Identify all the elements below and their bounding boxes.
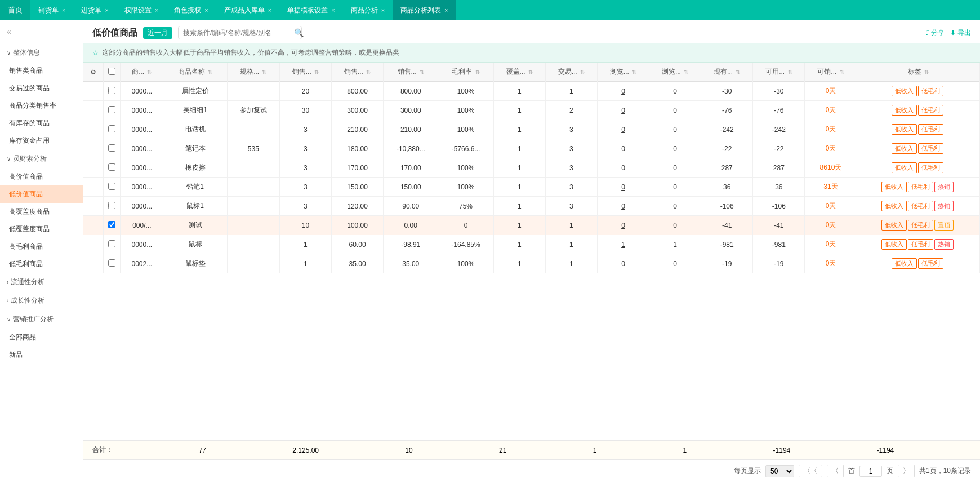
sidebar-item-low-profit[interactable]: 低毛利商品: [0, 255, 83, 273]
row-checkbox-cell[interactable]: [104, 139, 121, 158]
per-page-select[interactable]: 50 100 200: [765, 465, 794, 477]
col-sales-amount[interactable]: 销售... ⇅: [384, 63, 438, 82]
nav-sales-order-close[interactable]: ×: [62, 7, 65, 14]
page-number-input[interactable]: [859, 466, 882, 477]
views1-value[interactable]: 0: [621, 145, 625, 153]
views1-value[interactable]: 0: [621, 183, 625, 191]
sidebar-group-flow[interactable]: › 流通性分析: [0, 273, 83, 291]
filter-tag-month[interactable]: 近一月: [143, 27, 172, 39]
nav-purchase-order[interactable]: 进货单 ×: [73, 0, 116, 20]
sidebar-item-all-products[interactable]: 全部商品: [0, 329, 83, 346]
views1-value[interactable]: 0: [621, 126, 625, 134]
row-checkbox[interactable]: [108, 163, 115, 171]
nav-product-analysis[interactable]: 商品分析 ×: [343, 0, 393, 20]
next-page-btn[interactable]: 〉: [898, 465, 915, 477]
col-available[interactable]: 可用... ⇅: [753, 63, 805, 82]
col-sales-price[interactable]: 销售... ⇅: [332, 63, 384, 82]
row-views1[interactable]: 0: [597, 139, 649, 158]
prev-page-btn[interactable]: 〈: [827, 465, 844, 477]
col-tags[interactable]: 标签 ⇅: [857, 63, 979, 82]
col-spec[interactable]: 规格... ⇅: [227, 63, 279, 82]
row-checkbox-cell[interactable]: [104, 235, 121, 254]
views1-value[interactable]: 0: [621, 202, 625, 210]
nav-permissions-close[interactable]: ×: [155, 7, 158, 14]
col-current-stock[interactable]: 现有... ⇅: [701, 63, 753, 82]
nav-template-close[interactable]: ×: [331, 7, 335, 14]
sidebar-item-low-value[interactable]: 低价值商品: [0, 185, 83, 203]
row-checkbox[interactable]: [108, 240, 115, 247]
row-views1[interactable]: 0: [597, 120, 649, 139]
nav-sales-order[interactable]: 销货单 ×: [30, 0, 73, 20]
col-checkbox[interactable]: [104, 63, 121, 82]
row-checkbox-cell[interactable]: [104, 216, 121, 235]
sidebar-group-growth[interactable]: › 成长性分析: [0, 291, 83, 310]
row-checkbox[interactable]: [108, 259, 115, 267]
row-views1[interactable]: 0: [597, 178, 649, 197]
sidebar-item-category-rate[interactable]: 商品分类销售率: [0, 97, 83, 114]
views1-value[interactable]: 0: [621, 87, 625, 95]
sidebar-item-high-coverage[interactable]: 高覆盖度商品: [0, 203, 83, 220]
row-checkbox-cell[interactable]: [104, 82, 121, 101]
sidebar-item-with-stock[interactable]: 有库存的商品: [0, 114, 83, 132]
row-checkbox[interactable]: [108, 87, 115, 94]
sidebar-item-stock-capital[interactable]: 库存资金占用: [0, 132, 83, 149]
row-views1[interactable]: 1: [597, 235, 649, 254]
nav-roles[interactable]: 角色授权 ×: [166, 0, 216, 20]
col-saleable[interactable]: 可销... ⇅: [805, 63, 857, 82]
col-views2[interactable]: 浏览... ⇅: [649, 63, 701, 82]
views1-value[interactable]: 0: [621, 164, 625, 172]
row-checkbox[interactable]: [108, 106, 115, 113]
sidebar-collapse-btn[interactable]: «: [5, 25, 14, 38]
sidebar-group-financial[interactable]: ∨ 员财索分析: [0, 149, 83, 168]
search-input[interactable]: [178, 26, 302, 39]
export-button[interactable]: ⬇ 导出: [950, 28, 971, 38]
sidebar-item-low-coverage[interactable]: 低覆盖度商品: [0, 220, 83, 238]
sidebar-item-new-products[interactable]: 新品: [0, 346, 83, 364]
row-checkbox[interactable]: [108, 144, 115, 152]
nav-analysis-close[interactable]: ×: [381, 7, 385, 14]
row-checkbox[interactable]: [108, 125, 115, 132]
nav-analysis-list-close[interactable]: ×: [444, 7, 448, 14]
row-checkbox-cell[interactable]: [104, 101, 121, 120]
row-checkbox-cell[interactable]: [104, 158, 121, 178]
row-views1[interactable]: 0: [597, 101, 649, 120]
col-gross-rate[interactable]: 毛利率 ⇅: [438, 63, 493, 82]
col-name[interactable]: 商品名称 ⇅: [163, 63, 228, 82]
col-transactions[interactable]: 交易... ⇅: [545, 63, 597, 82]
share-button[interactable]: ⤴ 分享: [926, 28, 945, 38]
views1-value[interactable]: 1: [621, 241, 625, 249]
nav-template-settings[interactable]: 单据模板设置 ×: [279, 0, 342, 20]
col-coverage[interactable]: 覆盖... ⇅: [493, 63, 545, 82]
sidebar-group-overall[interactable]: ∨ 整体信息: [0, 43, 83, 62]
row-views1[interactable]: 0: [597, 197, 649, 216]
row-checkbox-cell[interactable]: [104, 254, 121, 273]
first-page-btn[interactable]: 〈〈: [799, 465, 822, 477]
nav-product-entry-close[interactable]: ×: [268, 7, 271, 14]
row-checkbox[interactable]: [108, 202, 115, 209]
row-checkbox[interactable]: [108, 221, 115, 228]
sidebar-item-high-profit[interactable]: 高毛利商品: [0, 238, 83, 255]
nav-permissions[interactable]: 权限设置 ×: [117, 0, 166, 20]
row-views1[interactable]: 0: [597, 158, 649, 178]
views1-value[interactable]: 0: [621, 260, 625, 268]
search-icon[interactable]: 🔍: [294, 28, 304, 37]
row-views1[interactable]: 0: [597, 216, 649, 235]
row-checkbox[interactable]: [108, 183, 115, 190]
col-sales-qty[interactable]: 销售... ⇅: [279, 63, 331, 82]
row-checkbox-cell[interactable]: [104, 178, 121, 197]
nav-roles-close[interactable]: ×: [204, 7, 208, 14]
col-views1[interactable]: 浏览... ⇅: [597, 63, 649, 82]
nav-home[interactable]: 首页: [0, 0, 30, 20]
nav-product-entry[interactable]: 产成品入库单 ×: [216, 0, 279, 20]
select-all-checkbox[interactable]: [108, 68, 115, 75]
sidebar-item-traded[interactable]: 交易过的商品: [0, 79, 83, 97]
sidebar-group-marketing[interactable]: ∨ 营销推广分析: [0, 310, 83, 329]
nav-product-analysis-list[interactable]: 商品分析列表 ×: [393, 0, 456, 20]
col-code[interactable]: 商... ⇅: [121, 63, 163, 82]
views1-value[interactable]: 0: [621, 107, 625, 114]
row-checkbox-cell[interactable]: [104, 197, 121, 216]
sidebar-item-sales-products[interactable]: 销售类商品: [0, 62, 83, 79]
col-settings[interactable]: ⚙: [83, 63, 104, 82]
row-checkbox-cell[interactable]: [104, 120, 121, 139]
views1-value[interactable]: 0: [621, 222, 625, 229]
